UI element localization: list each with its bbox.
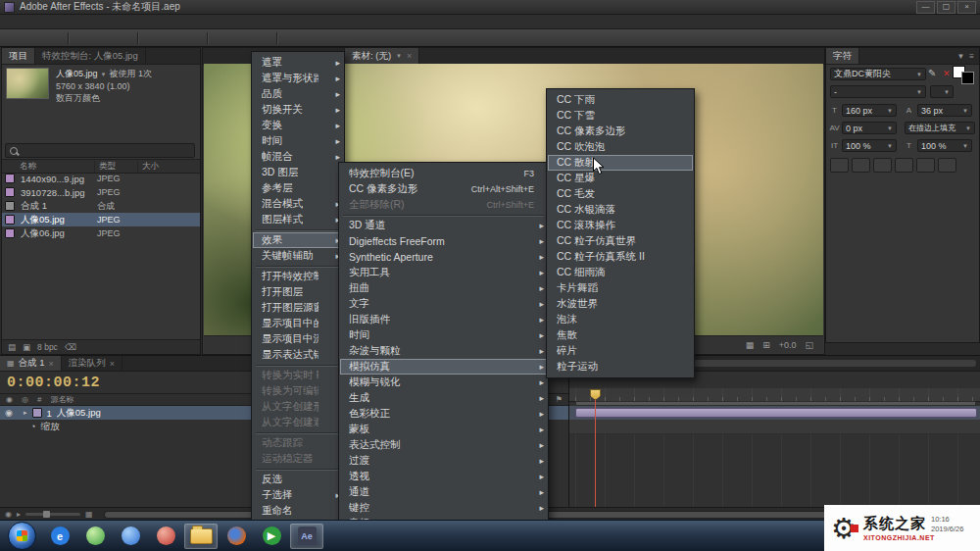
font-size-field[interactable]: 160 px ▼	[842, 104, 897, 117]
menu-item[interactable]: CC 吹泡泡	[548, 139, 693, 155]
menu-item[interactable]: CC 像素多边形 Ctrl+Alt+Shift+E	[340, 181, 547, 197]
menu-item[interactable]: 通道	[340, 484, 547, 500]
panel-tab[interactable]: 项目	[2, 48, 35, 64]
menu-item[interactable]: 参考层	[253, 180, 343, 196]
eye-icon[interactable]: ◉	[5, 408, 19, 418]
menu-item[interactable]: CC 散射	[548, 155, 693, 171]
menu-item[interactable]: 打开图层源窗口	[253, 300, 343, 316]
faux-style-button[interactable]	[873, 158, 892, 173]
menu-item[interactable]: 透视	[340, 469, 547, 484]
delete-icon[interactable]: ⌫	[65, 342, 76, 352]
column-header-name[interactable]: 名称	[2, 161, 94, 173]
menu-item[interactable]: 3D 通道	[340, 218, 547, 233]
timeline-tab[interactable]: 渲染队列 ×	[62, 356, 122, 371]
menu-item[interactable]: 时间	[340, 327, 547, 343]
grid-view-icon[interactable]: ▤	[8, 342, 16, 352]
flag-icon[interactable]: ⚑	[556, 395, 563, 404]
menu-item[interactable]: 切换开关	[253, 102, 343, 118]
menu-item[interactable]: 显示项目中的图层来源	[253, 316, 343, 331]
menu-item[interactable]: 泡沫	[548, 312, 693, 327]
stroke-style-dropdown[interactable]: 在描边上填充 ▼	[905, 122, 975, 134]
menu-item[interactable]: 重命名	[253, 503, 343, 519]
taskbar-icon-blue-browser[interactable]	[114, 524, 147, 549]
region-icon[interactable]: ◱	[805, 340, 813, 350]
1440x90...9.jpg[interactable]: 1440x90...9.jpg JPEG	[2, 172, 200, 185]
tracking-field[interactable]: 0 px ▼	[842, 122, 897, 134]
合成 1[interactable]: 合成 1 合成	[2, 199, 200, 213]
menu-item[interactable]: Synthetic Aperture	[340, 249, 547, 265]
menu-item[interactable]: 扭曲	[340, 280, 547, 296]
menu-item[interactable]: 时间	[253, 133, 343, 149]
menu-item[interactable]: CC 细雨滴	[548, 265, 693, 280]
menu-item[interactable]: 从文字创建遮罩	[253, 415, 343, 430]
horizontal-scale-field[interactable]: 100 % ▼	[917, 139, 972, 152]
menu-item[interactable]: 卡片舞蹈	[548, 280, 693, 296]
menu-item[interactable]: 转换为实时 Photoshop 3D	[253, 368, 343, 383]
source-name-header[interactable]: 源名称	[50, 394, 74, 405]
menu-item[interactable]: 效果	[253, 232, 343, 248]
twirl-icon[interactable]: ▸	[24, 409, 27, 417]
safe-zones-icon[interactable]: ⊞	[762, 340, 770, 350]
close-icon[interactable]: ×	[110, 359, 115, 369]
menu-item[interactable]: 转换为可编辑文字	[253, 383, 343, 399]
stroke-color-swatch[interactable]	[961, 72, 974, 84]
audio-icon[interactable]: ◎	[22, 395, 28, 404]
menu-item[interactable]: CC 下雪	[548, 108, 693, 124]
menu-item[interactable]: 图层样式	[253, 212, 343, 227]
time-ruler[interactable]	[569, 388, 980, 402]
taskbar-icon-firefox[interactable]	[220, 524, 253, 549]
menu-item[interactable]: 反选	[253, 472, 343, 487]
font-style-dropdown[interactable]: - ▼	[830, 85, 926, 98]
vertical-scale-field[interactable]: 100 % ▼	[842, 139, 897, 152]
menu-item[interactable]: 焦散	[548, 327, 693, 343]
font-family-dropdown[interactable]: 文鼎DC黄阳尖 ▼	[830, 68, 926, 80]
taskbar-icon-ie[interactable]: e	[43, 524, 76, 549]
zoom-out-icon[interactable]: ▸	[17, 510, 21, 519]
chevron-down-icon[interactable]: ▼	[396, 53, 402, 59]
close-icon[interactable]: ×	[49, 359, 54, 369]
chevron-down-icon[interactable]: ▼	[98, 72, 110, 77]
project-search-input[interactable]	[22, 145, 190, 157]
menu-item[interactable]: CC 像素多边形	[548, 124, 693, 139]
3910728...b.jpg[interactable]: 3910728...b.jpg JPEG	[2, 185, 200, 199]
menu-item[interactable]: 运动稳定器	[253, 451, 343, 467]
menu-item[interactable]: 键控	[340, 500, 547, 516]
menu-item[interactable]: 模拟仿真	[340, 359, 547, 375]
exposure-value[interactable]: +0.0	[779, 340, 797, 350]
menu-item[interactable]: 色彩校正	[340, 406, 547, 422]
panel-tab[interactable]: 特效控制台: 人像05.jpg	[35, 48, 146, 64]
layer-duration-bar[interactable]	[575, 408, 977, 418]
eye-icon[interactable]: ◉	[5, 510, 12, 519]
menu-item[interactable]: 遮罩与形状路径	[253, 71, 343, 86]
project-bit-depth[interactable]: 8 bpc	[37, 342, 58, 352]
faux-style-button[interactable]	[830, 158, 849, 173]
人像05.jpg[interactable]: 人像05.jpg JPEG	[2, 213, 200, 226]
taskbar-icon-player[interactable]: ▶	[255, 524, 288, 549]
menu-item[interactable]: 打开图层	[253, 284, 343, 300]
menu-item[interactable]: 3D 图层	[253, 165, 343, 180]
maximize-button[interactable]: ▢	[937, 1, 956, 14]
menu-item[interactable]: 模糊与锐化	[340, 375, 547, 390]
menu-item[interactable]: 帧混合	[253, 149, 343, 165]
taskbar-icon-green-browser[interactable]	[78, 524, 112, 549]
menu-item[interactable]: 表达式控制	[340, 437, 547, 453]
menu-item[interactable]: 旧版插件	[340, 312, 547, 327]
minimize-button[interactable]: —	[916, 1, 935, 14]
start-button[interactable]	[8, 522, 36, 550]
menu-item[interactable]: 品质	[253, 86, 343, 102]
current-timecode[interactable]: 0:00:00:12	[7, 375, 100, 391]
人像06.jpg[interactable]: 人像06.jpg JPEG	[2, 226, 200, 240]
column-header-type[interactable]: 类型	[94, 161, 137, 173]
character-panel-tab[interactable]: 字符	[826, 48, 859, 64]
menu-item[interactable]: 显示表达式错误	[253, 347, 343, 363]
menu-item[interactable]: 变换	[253, 118, 343, 133]
faux-style-button[interactable]	[916, 158, 935, 173]
zoom-slider-handle[interactable]	[43, 511, 50, 518]
label-chip[interactable]	[32, 408, 42, 418]
close-icon[interactable]: ×	[407, 51, 412, 61]
eye-icon[interactable]: ◉	[6, 395, 13, 404]
new-folder-icon[interactable]: ▣	[23, 342, 30, 352]
font-style-small-dropdown[interactable]: ▼	[930, 85, 954, 98]
menu-item[interactable]: 混合模式	[253, 196, 343, 212]
menu-item[interactable]: 显示项目中流程图中的图层	[253, 331, 343, 347]
